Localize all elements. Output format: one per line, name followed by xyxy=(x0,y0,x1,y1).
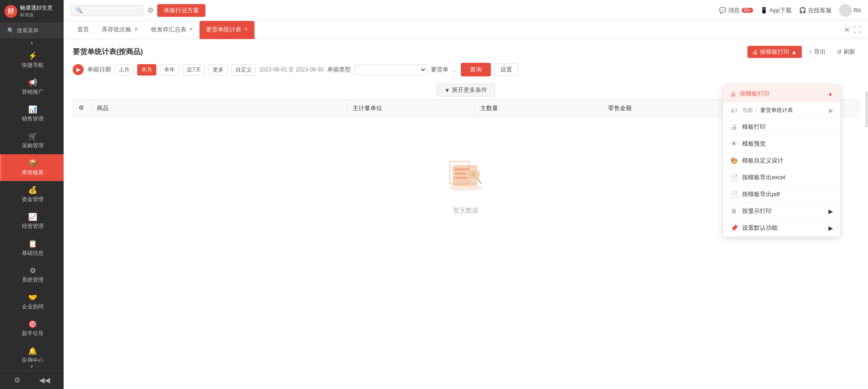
search-label: 搜索菜单 xyxy=(17,27,39,35)
filter-expand-button[interactable]: ▶ xyxy=(73,64,84,75)
sidebar-item-sales[interactable]: 📊 销售管理 xyxy=(0,101,64,127)
app-subtitle: 标准版 xyxy=(20,12,53,18)
table-col-settings[interactable]: ⚙ xyxy=(73,100,91,117)
settings-button[interactable]: 设置 xyxy=(494,63,518,76)
date-this-month[interactable]: 本月 xyxy=(137,64,156,76)
sidebar-logo: 好 畅康通好生意 标准版 xyxy=(0,0,64,23)
online-service-item[interactable]: 🎧 在线客服 xyxy=(799,6,832,15)
sound-bottom-icon[interactable]: ◀◀ xyxy=(39,376,50,384)
sidebar-item-purchase[interactable]: 🛒 采购管理 xyxy=(0,127,64,154)
export-button[interactable]: ↑ 导出 xyxy=(806,46,830,58)
sidebar-item-label: 快捷导航 xyxy=(22,61,44,69)
default-func-label: 设置默认功能 xyxy=(742,224,778,232)
template-dropdown: 🖨 按模板打印 ▲ 🏷 当前： 要货单统计表 ▶ 🖨 模板打印 xyxy=(723,85,841,237)
printer-icon: 🖨 xyxy=(752,49,758,56)
sidebar-item-inventory[interactable]: 📦 库存核算 xyxy=(0,154,64,181)
tab-batch-account-label: 库存批次账 xyxy=(102,25,131,34)
page-header: 要货单统计表(按商品) 🖨 按模板打印 ▲ ↑ 导出 ↺ 刷新 xyxy=(64,39,868,58)
tab-fullscreen-icon[interactable]: ⛶ xyxy=(853,26,861,34)
page-title: 要货单统计表(按商品) xyxy=(73,47,143,57)
dropdown-export-pdf[interactable]: 📄 按模板导出pdf xyxy=(723,186,840,203)
app-download-item[interactable]: 📱 App下载 xyxy=(760,6,792,15)
sidebar-item-label: 库存核算 xyxy=(22,169,44,177)
scroll-up[interactable]: ▲ xyxy=(0,38,64,47)
sidebar-item-label: 新手引导 xyxy=(22,330,44,338)
tabbar: 首页 库存批次账 ✕ 收发存汇总表 ✕ 要货单统计表 ✕ ✕ ⛶ xyxy=(64,21,868,39)
sidebar-item-marketing[interactable]: 📢 营销推广 xyxy=(0,74,64,101)
dropdown-display-print[interactable]: 🖥 按显示打印 ▶ xyxy=(723,203,840,220)
date-last-7days[interactable]: 近7天 xyxy=(183,64,205,76)
table-col-unit: 主计量单位 xyxy=(347,100,475,117)
tab-home[interactable]: 首页 xyxy=(71,21,95,39)
date-this-year[interactable]: 本年 xyxy=(160,64,179,76)
query-button[interactable]: 查询 xyxy=(461,63,491,76)
tab-order-stats[interactable]: 要货单统计表 ✕ xyxy=(200,21,254,39)
tab-close-all-icon[interactable]: ✕ xyxy=(844,25,850,34)
export-label: 导出 xyxy=(814,48,826,56)
tab-batch-account-close[interactable]: ✕ xyxy=(134,26,138,32)
topbar-search-bar[interactable]: 🔍 xyxy=(71,5,144,16)
main-content: 🔍 ⚙ 体验行业方案 💬 消息 99+ 📱 App下载 🎧 在线客服 R xyxy=(64,0,868,389)
dropdown-header[interactable]: 🖨 按模板打印 ▲ xyxy=(723,85,840,102)
expand-more-button[interactable]: ▼ 展开更多条件 xyxy=(437,84,495,96)
dropdown-close-chevron[interactable]: ▲ xyxy=(828,91,833,97)
tab-collect-summary[interactable]: 收发存汇总表 ✕ xyxy=(145,21,200,39)
template-print-button[interactable]: 🖨 按模板打印 ▲ xyxy=(747,45,802,58)
tab-collect-summary-close[interactable]: ✕ xyxy=(189,26,193,32)
sidebar-item-quick-nav[interactable]: ⚡ 快捷导航 xyxy=(0,47,64,74)
marketing-icon: 📢 xyxy=(28,78,37,87)
sidebar-item-system[interactable]: ⚙ 系统管理 xyxy=(0,262,64,288)
settings-bottom-icon[interactable]: ⚙ xyxy=(14,376,20,384)
trial-button[interactable]: 体验行业方案 xyxy=(157,4,205,17)
dropdown-export-excel[interactable]: 📄 按模板导出excel xyxy=(723,169,840,186)
scroll-down[interactable]: ▼ xyxy=(0,362,64,371)
template-design-icon: 🎨 xyxy=(730,157,738,164)
type-filter-label: 单据类型 xyxy=(327,66,351,74)
dropdown-template-design[interactable]: 🎨 模板自定义设计 xyxy=(723,152,840,169)
tab-order-stats-label: 要货单统计表 xyxy=(206,25,241,34)
default-func-left: 📌 设置默认功能 xyxy=(730,224,778,232)
sidebar-item-basic[interactable]: 📋 基础信息 xyxy=(0,235,64,262)
resize-handle[interactable] xyxy=(865,91,868,127)
sidebar-item-finance[interactable]: 💰 资金管理 xyxy=(0,181,64,208)
messages-item[interactable]: 💬 消息 99+ xyxy=(719,6,753,15)
template-preview-icon: 👁 xyxy=(730,140,738,147)
dropdown-template-preview[interactable]: 👁 模板预览 xyxy=(723,136,840,152)
dropdown-current-item[interactable]: 🏷 当前： 要货单统计表 ▶ xyxy=(723,102,840,119)
topbar: 🔍 ⚙ 体验行业方案 💬 消息 99+ 📱 App下载 🎧 在线客服 R xyxy=(64,0,868,21)
topbar-right: 💬 消息 99+ 📱 App下载 🎧 在线客服 Rit xyxy=(719,4,861,17)
date-last-month[interactable]: 上月 xyxy=(115,64,134,76)
messages-badge: 99+ xyxy=(742,8,753,13)
sidebar-item-operation[interactable]: 📈 经营管理 xyxy=(0,208,64,235)
sidebar-item-appstore[interactable]: 🔔 应用中心 xyxy=(0,342,64,362)
date-custom[interactable]: 自定义 xyxy=(231,64,256,76)
filter-ellipsis: ... xyxy=(452,66,457,73)
dropdown-default-func[interactable]: 📌 设置默认功能 ▶ xyxy=(723,220,840,237)
type-filter-select[interactable] xyxy=(354,64,427,75)
logo-icon: 好 xyxy=(5,5,17,18)
filter-row: ▶ 单据日期 上月 本月 本年 近7天 更多 自定义 2023-06-01 至 … xyxy=(73,63,518,76)
date-more[interactable]: 更多 xyxy=(209,64,228,76)
user-item[interactable]: Rit xyxy=(839,4,861,17)
export-icon: ↑ xyxy=(809,49,813,56)
phone-icon: 📱 xyxy=(760,7,768,14)
chevron-down-icon: ▼ xyxy=(444,87,450,94)
sidebar-item-newbie[interactable]: 🎯 新手引导 xyxy=(0,315,64,342)
sidebar-search[interactable]: 🔍 搜索菜单 xyxy=(0,23,64,38)
topbar-gear-icon[interactable]: ⚙ xyxy=(147,6,154,15)
appstore-icon: 🔔 xyxy=(28,347,37,355)
sidebar-item-label: 资金管理 xyxy=(22,196,44,203)
sidebar-item-label: 应用中心 xyxy=(22,357,44,362)
refresh-button[interactable]: ↺ 刷新 xyxy=(833,46,859,58)
tab-batch-account[interactable]: 库存批次账 ✕ xyxy=(95,21,145,39)
current-tag-icon: 🏷 xyxy=(730,107,738,114)
topbar-search-icon: 🔍 xyxy=(76,7,83,14)
export-pdf-icon: 📄 xyxy=(730,191,738,198)
message-icon: 💬 xyxy=(719,7,726,14)
empty-text: 暂无数据 xyxy=(453,207,479,215)
tab-order-stats-close[interactable]: ✕ xyxy=(244,26,248,32)
dropdown-printer-icon: 🖨 xyxy=(730,91,736,97)
sidebar-item-collab[interactable]: 🤝 企业协同 xyxy=(0,288,64,315)
app-download-label: App下载 xyxy=(769,6,792,15)
dropdown-template-print[interactable]: 🖨 模板打印 xyxy=(723,119,840,136)
